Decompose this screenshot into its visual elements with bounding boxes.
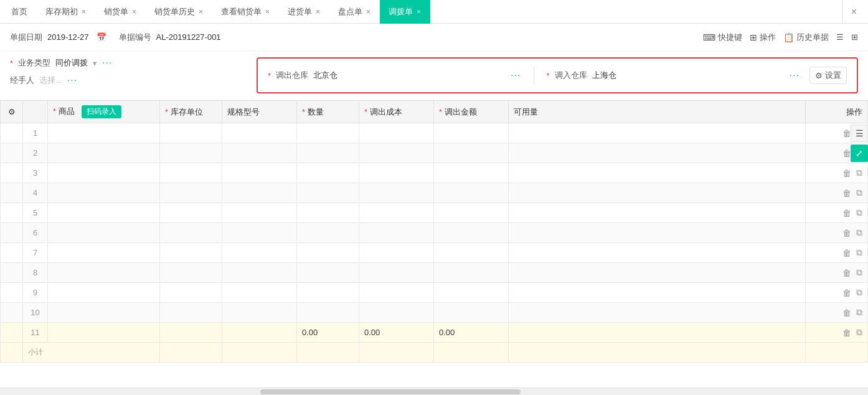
- layout-grid-button[interactable]: ⊞: [851, 32, 858, 42]
- close-icon[interactable]: ×: [82, 7, 86, 16]
- copy-icon[interactable]: ⧉: [856, 247, 862, 258]
- history-icon: 📋: [783, 32, 794, 42]
- warehouse-in-section: * 调入仓库 上海仓 ···: [547, 70, 800, 81]
- warehouse-out-more-icon[interactable]: ···: [511, 70, 521, 81]
- tab-transfer-label: 调拨单: [389, 6, 413, 17]
- tab-view-sales[interactable]: 查看销货单 ×: [212, 0, 279, 24]
- subtotal-text: 小计: [23, 343, 160, 363]
- delete-icon[interactable]: 🗑: [842, 148, 851, 158]
- copy-icon[interactable]: ⧉: [856, 307, 862, 318]
- col-row-num: [23, 101, 48, 123]
- warehouse-out-value[interactable]: 北京仓: [313, 70, 337, 81]
- copy-icon[interactable]: ⧉: [856, 188, 862, 198]
- col-cost-label: 调出成本: [370, 107, 402, 117]
- row-2-unit[interactable]: [160, 143, 222, 163]
- tab-purchase[interactable]: 进货单 ×: [279, 0, 329, 24]
- delete-icon[interactable]: 🗑: [842, 208, 851, 218]
- row-1-amount[interactable]: [434, 123, 509, 143]
- tab-transfer[interactable]: 调拨单 ×: [380, 0, 430, 24]
- tab-sales-order[interactable]: 销货单 ×: [95, 0, 146, 24]
- right-tool-expand-button[interactable]: ⤢: [851, 145, 868, 162]
- calendar-icon[interactable]: 📅: [97, 32, 106, 42]
- close-icon[interactable]: ×: [417, 7, 421, 16]
- row-1-unit[interactable]: [160, 123, 222, 143]
- row-2-gear: [1, 143, 23, 163]
- warehouse-in-more-icon[interactable]: ···: [790, 70, 800, 81]
- close-icon[interactable]: ×: [199, 7, 203, 16]
- operation-button[interactable]: ⊞ 操作: [750, 32, 776, 43]
- table-container: ⚙ * 商品 扫码录入 * 库存单位 规格型: [0, 100, 868, 388]
- col-product: * 商品 扫码录入: [48, 101, 160, 123]
- col-action-label: 操作: [846, 107, 862, 117]
- tab-sales-history[interactable]: 销货单历史 ×: [146, 0, 212, 24]
- copy-icon[interactable]: ⧉: [856, 168, 862, 178]
- copy-icon[interactable]: ⧉: [856, 207, 862, 218]
- col-amount-label: 调出金额: [445, 107, 477, 117]
- shortcut-button[interactable]: ⌨ 快捷键: [703, 32, 742, 43]
- horizontal-scrollbar[interactable]: [0, 388, 868, 395]
- layout-list-button[interactable]: ☰: [836, 32, 844, 42]
- delete-icon[interactable]: 🗑: [842, 248, 851, 258]
- row-2-cost[interactable]: [359, 143, 434, 163]
- row-1-qty[interactable]: [297, 123, 359, 143]
- scrollbar-thumb[interactable]: [260, 389, 521, 394]
- settings-button[interactable]: ⚙ 设置: [809, 67, 847, 84]
- col-unit-label: 库存单位: [171, 107, 203, 117]
- delete-icon[interactable]: 🗑: [842, 188, 851, 198]
- copy-icon[interactable]: ⧉: [856, 327, 862, 338]
- table-row: 4 🗑⧉: [1, 183, 868, 203]
- row-2-qty[interactable]: [297, 143, 359, 163]
- table-header: ⚙ * 商品 扫码录入 * 库存单位 规格型: [1, 101, 868, 123]
- row-1-spec[interactable]: [222, 123, 297, 143]
- close-icon[interactable]: ×: [265, 7, 270, 16]
- copy-icon[interactable]: ⧉: [856, 227, 862, 238]
- tab-inventory-check[interactable]: 盘点单 ×: [329, 0, 380, 24]
- tab-inventory-init[interactable]: 库存期初 ×: [37, 0, 95, 24]
- col-qty: * 数量: [297, 101, 359, 123]
- required-star-in: *: [547, 71, 550, 80]
- handler-placeholder[interactable]: 选择...: [39, 75, 62, 86]
- col-gear[interactable]: ⚙: [1, 101, 23, 123]
- delete-icon[interactable]: 🗑: [842, 128, 851, 138]
- business-type-value[interactable]: 同价调拨: [55, 57, 88, 69]
- required-star-out: *: [268, 71, 271, 80]
- col-unit: * 库存单位: [160, 101, 222, 123]
- delete-icon[interactable]: 🗑: [842, 288, 851, 298]
- close-icon[interactable]: ×: [316, 7, 320, 16]
- scan-button[interactable]: 扫码录入: [82, 105, 121, 118]
- row-2-product[interactable]: [48, 143, 160, 163]
- copy-icon[interactable]: ⧉: [856, 267, 862, 278]
- row-1-cost[interactable]: [359, 123, 434, 143]
- row-2-spec[interactable]: [222, 143, 297, 163]
- row-1-product[interactable]: [48, 123, 160, 143]
- delete-icon[interactable]: 🗑: [842, 268, 851, 278]
- tab-home[interactable]: 首页: [2, 0, 37, 24]
- row-1-gear: [1, 123, 23, 143]
- col-product-label: 商品: [59, 107, 75, 116]
- copy-icon[interactable]: ⧉: [856, 287, 862, 298]
- subtotal-row: 11 0.00 0.00 0.00 🗑⧉: [1, 323, 868, 343]
- operation-label: 操作: [760, 32, 776, 43]
- warehouse-divider: [534, 66, 534, 85]
- right-tool-list-button[interactable]: ☰: [851, 125, 868, 142]
- date-value: 2019-12-27: [47, 32, 89, 42]
- delete-icon[interactable]: 🗑: [842, 328, 851, 338]
- subtotal-cost: 0.00: [359, 323, 434, 343]
- col-action: 操作: [806, 101, 868, 123]
- chevron-down-icon[interactable]: ▾: [93, 59, 97, 68]
- delete-icon[interactable]: 🗑: [842, 168, 851, 178]
- main-content: ⚙ * 商品 扫码录入 * 库存单位 规格型: [0, 100, 868, 395]
- table-row: 6 🗑⧉: [1, 223, 868, 243]
- row-2-amount[interactable]: [434, 143, 509, 163]
- close-icon[interactable]: ×: [132, 7, 136, 16]
- doc-no-value: AL-20191227-001: [156, 32, 221, 42]
- delete-icon[interactable]: 🗑: [842, 228, 851, 238]
- history-button[interactable]: 📋 历史单据: [783, 32, 829, 43]
- window-close-button[interactable]: ×: [842, 0, 866, 24]
- close-icon[interactable]: ×: [366, 7, 370, 16]
- settings-label: 设置: [825, 70, 841, 81]
- warehouse-in-value[interactable]: 上海仓: [592, 70, 616, 81]
- handler-more-icon[interactable]: ···: [67, 75, 77, 86]
- more-options-icon[interactable]: ···: [102, 57, 112, 69]
- delete-icon[interactable]: 🗑: [842, 308, 851, 318]
